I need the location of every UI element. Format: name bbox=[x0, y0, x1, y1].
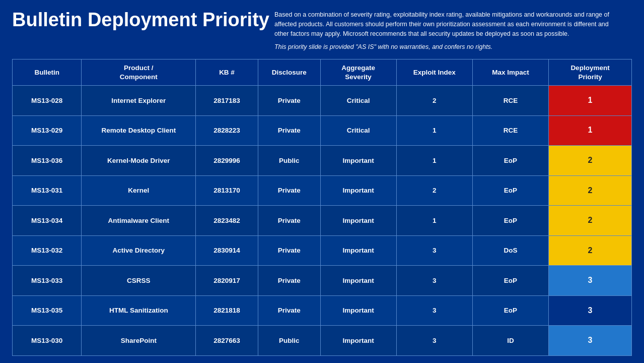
cell-severity: Important bbox=[320, 206, 396, 236]
cell-priority: 1 bbox=[549, 86, 632, 116]
cell-impact: EoP bbox=[472, 146, 548, 176]
cell-impact: RCE bbox=[472, 86, 548, 116]
cell-bulletin: MS13-031 bbox=[13, 175, 82, 206]
cell-bulletin: MS13-030 bbox=[13, 326, 82, 356]
col-header-severity: AggregateSeverity bbox=[320, 59, 396, 86]
cell-severity: Important bbox=[320, 235, 396, 266]
cell-severity: Critical bbox=[320, 86, 396, 116]
cell-impact: EoP bbox=[472, 266, 548, 296]
cell-bulletin: MS13-034 bbox=[13, 206, 82, 236]
table-row: MS13-031Kernel2813170PrivateImportant2Eo… bbox=[13, 175, 632, 206]
cell-product: Kernel-Mode Driver bbox=[82, 146, 196, 176]
cell-disclosure: Private bbox=[258, 295, 320, 326]
col-header-impact: Max Impact bbox=[472, 59, 548, 86]
cell-severity: Important bbox=[320, 295, 396, 326]
table-row: MS13-030SharePoint2827663PublicImportant… bbox=[13, 326, 632, 356]
cell-product: Internet Explorer bbox=[82, 86, 196, 116]
cell-exploit: 2 bbox=[396, 175, 472, 206]
cell-disclosure: Private bbox=[258, 235, 320, 266]
cell-priority: 3 bbox=[549, 326, 632, 356]
cell-bulletin: MS13-036 bbox=[13, 146, 82, 176]
cell-kb: 2817183 bbox=[196, 86, 258, 116]
cell-bulletin: MS13-029 bbox=[13, 115, 82, 146]
col-header-product: Product /Component bbox=[82, 59, 196, 86]
cell-disclosure: Private bbox=[258, 86, 320, 116]
table-row: MS13-035HTML Sanitization2821818PrivateI… bbox=[13, 295, 632, 326]
cell-impact: ID bbox=[472, 326, 548, 356]
cell-exploit: 3 bbox=[396, 266, 472, 296]
cell-severity: Important bbox=[320, 175, 396, 206]
cell-severity: Critical bbox=[320, 115, 396, 146]
cell-disclosure: Private bbox=[258, 206, 320, 236]
cell-kb: 2827663 bbox=[196, 326, 258, 356]
table-header-row: Bulletin Product /Component KB # Disclos… bbox=[13, 59, 632, 86]
cell-disclosure: Public bbox=[258, 146, 320, 176]
description-text: Based on a combination of severity ratin… bbox=[274, 9, 617, 52]
cell-priority: 2 bbox=[549, 235, 632, 266]
cell-priority: 2 bbox=[549, 175, 632, 206]
col-header-kb: KB # bbox=[196, 59, 258, 86]
cell-priority: 3 bbox=[549, 295, 632, 326]
cell-kb: 2830914 bbox=[196, 235, 258, 266]
disclaimer-text: This priority slide is provided "AS IS" … bbox=[274, 42, 617, 52]
cell-priority: 1 bbox=[549, 115, 632, 146]
cell-product: CSRSS bbox=[82, 266, 196, 296]
col-header-bulletin: Bulletin bbox=[13, 59, 82, 86]
cell-kb: 2829996 bbox=[196, 146, 258, 176]
page-title: Bulletin Deployment Priority bbox=[12, 9, 269, 31]
cell-exploit: 1 bbox=[396, 206, 472, 236]
table-row: MS13-032Active Directory2830914PrivateIm… bbox=[13, 235, 632, 266]
cell-priority: 2 bbox=[549, 146, 632, 176]
cell-kb: 2828223 bbox=[196, 115, 258, 146]
cell-exploit: 3 bbox=[396, 326, 472, 356]
cell-kb: 2813170 bbox=[196, 175, 258, 206]
cell-exploit: 3 bbox=[396, 235, 472, 266]
cell-priority: 2 bbox=[549, 206, 632, 236]
cell-severity: Important bbox=[320, 146, 396, 176]
cell-bulletin: MS13-035 bbox=[13, 295, 82, 326]
cell-priority: 3 bbox=[549, 266, 632, 296]
table-row: MS13-028Internet Explorer2817183PrivateC… bbox=[13, 86, 632, 116]
cell-bulletin: MS13-032 bbox=[13, 235, 82, 266]
cell-exploit: 2 bbox=[396, 86, 472, 116]
header-section: Bulletin Deployment Priority Based on a … bbox=[12, 9, 632, 52]
cell-product: SharePoint bbox=[82, 326, 196, 356]
table-row: MS13-034Antimalware Client2823482Private… bbox=[13, 206, 632, 236]
cell-product: Antimalware Client bbox=[82, 206, 196, 236]
cell-bulletin: MS13-033 bbox=[13, 266, 82, 296]
cell-bulletin: MS13-028 bbox=[13, 86, 82, 116]
main-container: Bulletin Deployment Priority Based on a … bbox=[0, 0, 644, 363]
cell-exploit: 3 bbox=[396, 295, 472, 326]
col-header-priority: DeploymentPriority bbox=[549, 59, 632, 86]
description-body: Based on a combination of severity ratin… bbox=[274, 11, 609, 37]
table-row: MS13-029Remote Desktop Client2828223Priv… bbox=[13, 115, 632, 146]
table-row: MS13-036Kernel-Mode Driver2829996PublicI… bbox=[13, 146, 632, 176]
col-header-exploit: Exploit Index bbox=[396, 59, 472, 86]
cell-severity: Important bbox=[320, 326, 396, 356]
cell-exploit: 1 bbox=[396, 146, 472, 176]
cell-impact: RCE bbox=[472, 115, 548, 146]
cell-product: HTML Sanitization bbox=[82, 295, 196, 326]
cell-kb: 2820917 bbox=[196, 266, 258, 296]
cell-disclosure: Private bbox=[258, 115, 320, 146]
cell-impact: EoP bbox=[472, 175, 548, 206]
cell-product: Active Directory bbox=[82, 235, 196, 266]
cell-kb: 2821818 bbox=[196, 295, 258, 326]
cell-severity: Important bbox=[320, 266, 396, 296]
cell-disclosure: Private bbox=[258, 266, 320, 296]
cell-impact: DoS bbox=[472, 235, 548, 266]
bulletin-table: Bulletin Product /Component KB # Disclos… bbox=[12, 59, 632, 356]
cell-product: Remote Desktop Client bbox=[82, 115, 196, 146]
cell-impact: EoP bbox=[472, 206, 548, 236]
table-row: MS13-033CSRSS2820917PrivateImportant3EoP… bbox=[13, 266, 632, 296]
cell-exploit: 1 bbox=[396, 115, 472, 146]
cell-impact: EoP bbox=[472, 295, 548, 326]
cell-disclosure: Public bbox=[258, 326, 320, 356]
col-header-disclosure: Disclosure bbox=[258, 59, 320, 86]
cell-disclosure: Private bbox=[258, 175, 320, 206]
cell-kb: 2823482 bbox=[196, 206, 258, 236]
cell-product: Kernel bbox=[82, 175, 196, 206]
